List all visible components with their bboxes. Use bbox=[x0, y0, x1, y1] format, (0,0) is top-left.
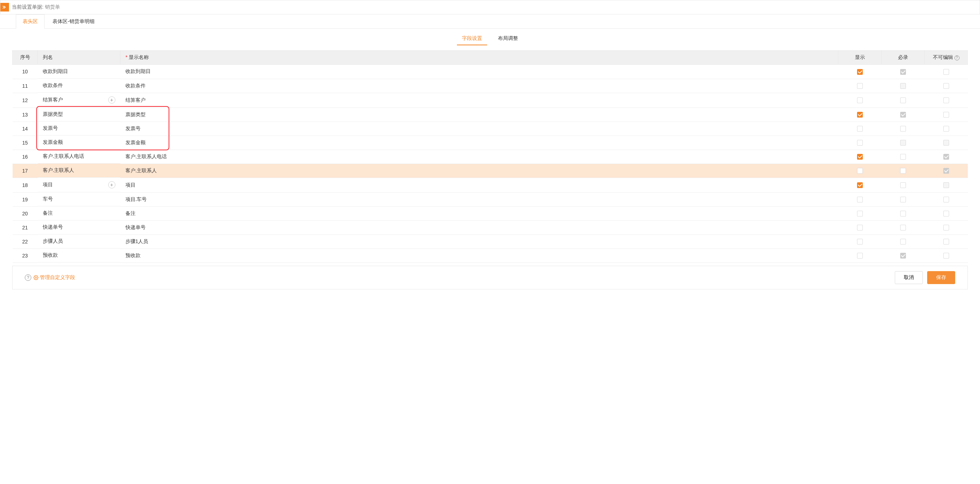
show-checkbox[interactable] bbox=[857, 197, 863, 202]
required-checkbox[interactable] bbox=[900, 225, 906, 231]
display-name-cell[interactable]: 发票金额 bbox=[121, 135, 838, 150]
required-checkbox[interactable] bbox=[900, 211, 906, 217]
show-checkbox[interactable] bbox=[857, 253, 863, 258]
show-checkbox[interactable] bbox=[857, 182, 863, 188]
show-checkbox[interactable] bbox=[857, 225, 863, 231]
table-row: 13票据类型票据类型 bbox=[13, 108, 968, 121]
noedit-checkbox[interactable] bbox=[943, 197, 949, 202]
required-cell bbox=[881, 234, 924, 248]
noedit-checkbox[interactable] bbox=[943, 126, 949, 132]
seq-cell: 13 bbox=[13, 108, 38, 121]
show-cell bbox=[838, 108, 881, 121]
show-checkbox[interactable] bbox=[857, 140, 863, 146]
show-checkbox[interactable] bbox=[857, 69, 863, 75]
required-cell bbox=[881, 178, 924, 193]
noedit-cell bbox=[924, 65, 968, 79]
name-cell: 票据类型 bbox=[38, 108, 121, 121]
col-show: 显示 bbox=[838, 51, 881, 65]
display-name-cell[interactable]: 客户.主联系人 bbox=[121, 164, 838, 178]
show-cell bbox=[838, 234, 881, 248]
manage-custom-fields-link[interactable]: 管理自定义字段 bbox=[33, 274, 75, 281]
name-cell: 客户.主联系人电话 bbox=[38, 150, 121, 164]
seq-cell: 19 bbox=[13, 193, 38, 206]
display-name-cell[interactable]: 预收款 bbox=[121, 248, 838, 263]
display-name-cell[interactable]: 项目 bbox=[121, 178, 838, 193]
noedit-cell bbox=[924, 193, 968, 206]
required-cell bbox=[881, 206, 924, 220]
noedit-checkbox[interactable] bbox=[943, 112, 949, 118]
show-checkbox[interactable] bbox=[857, 154, 863, 160]
required-checkbox[interactable] bbox=[900, 154, 906, 160]
show-cell bbox=[838, 79, 881, 93]
tab-header-area[interactable]: 表头区 bbox=[16, 14, 45, 29]
noedit-checkbox[interactable] bbox=[943, 83, 949, 89]
save-button[interactable]: 保存 bbox=[927, 271, 955, 284]
table-row: 15发票金额发票金额 bbox=[13, 135, 968, 150]
required-checkbox[interactable] bbox=[900, 239, 906, 245]
seq-cell: 15 bbox=[13, 135, 38, 150]
show-checkbox[interactable] bbox=[857, 83, 863, 89]
add-sub-field-button[interactable]: + bbox=[108, 96, 115, 103]
name-cell: 车号 bbox=[38, 193, 121, 206]
help-icon[interactable]: ? bbox=[955, 56, 959, 61]
col-required: 必录 bbox=[881, 51, 924, 65]
show-checkbox[interactable] bbox=[857, 168, 863, 174]
display-name-cell[interactable]: 快递单号 bbox=[121, 220, 838, 234]
name-cell: 结算客户+ bbox=[38, 93, 121, 108]
show-checkbox[interactable] bbox=[857, 112, 863, 118]
display-name-cell[interactable]: 结算客户 bbox=[121, 93, 838, 108]
noedit-checkbox[interactable] bbox=[943, 69, 949, 75]
col-seq: 序号 bbox=[13, 51, 38, 65]
show-checkbox[interactable] bbox=[857, 239, 863, 245]
display-name-cell[interactable]: 票据类型 bbox=[121, 108, 838, 121]
seq-cell: 18 bbox=[13, 178, 38, 193]
required-cell bbox=[881, 164, 924, 178]
name-cell: 发票金额 bbox=[38, 135, 121, 150]
show-cell bbox=[838, 135, 881, 150]
noedit-checkbox[interactable] bbox=[943, 239, 949, 245]
name-cell: 备注 bbox=[38, 206, 121, 220]
header-bar: 当前设置单据: 销货单 bbox=[0, 0, 980, 14]
noedit-checkbox[interactable] bbox=[943, 97, 949, 103]
subtab-field-settings[interactable]: 字段设置 bbox=[457, 35, 487, 45]
display-name-cell[interactable]: 项目.车号 bbox=[121, 193, 838, 206]
required-cell bbox=[881, 135, 924, 150]
required-checkbox[interactable] bbox=[900, 97, 906, 103]
cancel-button[interactable]: 取消 bbox=[895, 271, 923, 284]
tab-body-area[interactable]: 表体区-销货单明细 bbox=[46, 15, 101, 29]
show-cell bbox=[838, 93, 881, 108]
collapse-toggle[interactable] bbox=[0, 3, 9, 11]
required-checkbox[interactable] bbox=[900, 182, 906, 188]
add-sub-field-button[interactable]: + bbox=[108, 181, 115, 188]
display-name-cell[interactable]: 收款条件 bbox=[121, 79, 838, 93]
noedit-checkbox[interactable] bbox=[943, 225, 949, 231]
noedit-cell bbox=[924, 150, 968, 164]
noedit-checkbox[interactable] bbox=[943, 253, 949, 258]
table-row: 20备注备注 bbox=[13, 206, 968, 220]
display-name-cell[interactable]: 备注 bbox=[121, 206, 838, 220]
noedit-checkbox[interactable] bbox=[943, 211, 949, 217]
required-checkbox[interactable] bbox=[900, 126, 906, 132]
required-cell bbox=[881, 248, 924, 263]
help-icon[interactable]: ? bbox=[25, 274, 31, 281]
show-checkbox[interactable] bbox=[857, 126, 863, 132]
required-checkbox[interactable] bbox=[900, 197, 906, 202]
col-noedit: 不可编辑? bbox=[924, 51, 968, 65]
seq-cell: 12 bbox=[13, 93, 38, 108]
name-cell: 收款条件 bbox=[38, 79, 121, 93]
display-name-cell[interactable]: 发票号 bbox=[121, 121, 838, 135]
show-checkbox[interactable] bbox=[857, 211, 863, 217]
display-name-cell[interactable]: 客户.主联系人电话 bbox=[121, 150, 838, 164]
required-checkbox[interactable] bbox=[900, 168, 906, 174]
seq-cell: 21 bbox=[13, 220, 38, 234]
show-checkbox[interactable] bbox=[857, 97, 863, 103]
table-row: 11收款条件收款条件 bbox=[13, 79, 968, 93]
noedit-checkbox bbox=[943, 154, 949, 160]
required-cell bbox=[881, 193, 924, 206]
subtab-layout-adjust[interactable]: 布局调整 bbox=[493, 35, 523, 45]
noedit-cell bbox=[924, 248, 968, 263]
display-name-cell[interactable]: 步骤1人员 bbox=[121, 234, 838, 248]
display-name-cell[interactable]: 收款到期日 bbox=[121, 65, 838, 79]
table-row: 16客户.主联系人电话客户.主联系人电话 bbox=[13, 150, 968, 164]
name-cell: 收款到期日 bbox=[38, 65, 121, 79]
